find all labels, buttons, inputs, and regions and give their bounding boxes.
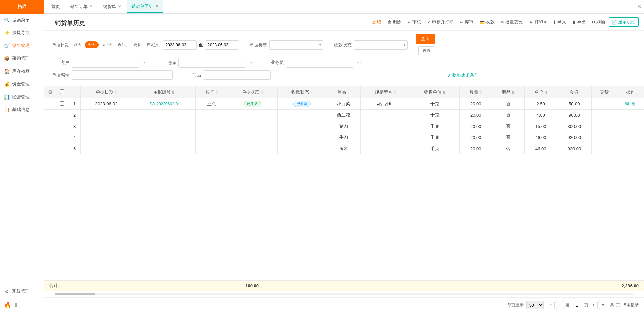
page-size-select[interactable]: 50 100 [526, 301, 544, 309]
audit-print-button[interactable]: ✓ 审核并打印 [424, 18, 456, 26]
warehouse-label: 仓库 [156, 60, 176, 66]
audit-button[interactable]: ✓ 审核 [405, 18, 424, 26]
abandon-button[interactable]: ↩ 弃审 [457, 18, 476, 26]
salesperson-input[interactable] [286, 58, 353, 68]
page-of-label: 第 [565, 302, 569, 308]
tab-sales-goods[interactable]: 销货单 ✕ [98, 0, 126, 13]
export-button[interactable]: ⬆ 导出 [569, 18, 588, 26]
sidebar-item-purchase-mgmt[interactable]: 📦 采购管理 [0, 52, 44, 65]
sort-icon[interactable]: ⇅ [310, 90, 313, 94]
sort-icon[interactable]: ⇅ [114, 90, 117, 94]
sidebar-item-operations[interactable]: 📊 经营管理 [0, 90, 44, 103]
cell-doc-number [132, 110, 195, 121]
tab-close-icon[interactable]: ✕ [118, 4, 121, 9]
customer-input[interactable] [72, 58, 139, 68]
first-page-button[interactable]: « [547, 301, 555, 309]
date-btn-1month[interactable]: 近1月 [116, 41, 130, 48]
date-btn-more[interactable]: 更多 [131, 41, 143, 48]
sort-icon[interactable]: ⇅ [260, 90, 263, 94]
cell-settings [44, 121, 56, 132]
toolbar: ＋ 新增 🗑 删除 ✓ 审核 ✓ 审核并打印 ↩ 弃审 💳 收款 [364, 17, 639, 27]
sort-icon[interactable]: ⇅ [512, 90, 514, 94]
sort-icon[interactable]: ⇅ [172, 90, 174, 94]
edit-link[interactable]: 编 [625, 101, 629, 106]
next-page-button[interactable]: › [590, 301, 598, 309]
goods-input[interactable] [203, 70, 271, 80]
page-number-input[interactable] [571, 301, 583, 309]
date-from-input[interactable] [163, 40, 197, 50]
salesperson-label: 业务员 [263, 60, 284, 66]
cart-icon: 🛒 [4, 43, 9, 48]
col-price: 单价 ⇅ [525, 86, 557, 98]
sidebar-item-finance[interactable]: 💰 资金管理 [0, 78, 44, 90]
delete-button[interactable]: 🗑 删除 [385, 18, 404, 26]
cell-spec [361, 121, 410, 132]
scrollbar-thumb[interactable] [55, 293, 95, 295]
print-button[interactable]: 🖨 打印 ▾ [526, 18, 549, 26]
collect-button[interactable]: 💳 收款 [477, 18, 497, 26]
import-button[interactable]: ⬇ 导入 [550, 18, 569, 26]
sort-icon[interactable]: ⇅ [479, 90, 482, 94]
collect-status-filter-group: 收款状态 ▾ [331, 40, 408, 50]
sort-icon[interactable]: ⇅ [544, 90, 547, 94]
doc-type-select[interactable] [269, 40, 323, 50]
warehouse-input[interactable] [178, 58, 246, 68]
date-range: 昨天 今天 近7天 近1月 更多 自定义 [72, 41, 161, 48]
date-btn-7days[interactable]: 近7天 [100, 41, 114, 48]
cell-doc-date [81, 132, 132, 143]
refresh-button[interactable]: ↻ 刷新 [589, 18, 608, 26]
date-btn-yesterday[interactable]: 昨天 [72, 41, 84, 48]
settings-button[interactable]: 设置 [418, 46, 435, 55]
last-page-button[interactable]: » [599, 301, 607, 309]
horizontal-scrollbar[interactable] [55, 293, 633, 295]
sort-icon[interactable]: ⇅ [347, 90, 350, 94]
tab-close-icon[interactable]: ✕ [90, 4, 93, 9]
table-settings-icon[interactable]: ⚙ [48, 89, 52, 95]
date-btn-today[interactable]: 今天 [85, 41, 99, 48]
sidebar-item-quick-nav[interactable]: ⚡ 快捷导航 [0, 26, 44, 39]
sidebar-item-inventory[interactable]: 🏠 库存核算 [0, 65, 44, 78]
tab-sales-order[interactable]: 销售订单 ✕ [65, 0, 97, 13]
select-all-checkbox[interactable] [60, 89, 64, 94]
collect-status-select[interactable] [354, 40, 408, 50]
new-button[interactable]: ＋ 新增 [364, 18, 384, 26]
customer-picker-icon[interactable]: ··· [141, 60, 148, 66]
sort-icon[interactable]: ⇅ [443, 90, 445, 94]
sort-icon[interactable]: ⇅ [215, 90, 218, 94]
doc-number-link[interactable]: SA-20230602-0 [149, 102, 178, 106]
query-button[interactable]: 查询 [416, 34, 435, 44]
goods-picker-icon[interactable]: ··· [273, 72, 280, 78]
cell-amount: 50.00 [557, 98, 591, 110]
row-checkbox[interactable] [60, 101, 64, 106]
window-close-button[interactable]: ✕ [637, 3, 641, 10]
date-to-input[interactable] [205, 40, 239, 50]
collapse-filter-button[interactable]: ∧ 收起更多条件 [445, 71, 481, 79]
cell-settings [44, 143, 56, 154]
col-amount: 金额 [557, 86, 591, 98]
doc-number-input[interactable] [72, 70, 173, 80]
main-area: 首页 销售订单 ✕ 销货单 ✕ 销货单历史 ✕ ✕ 销货单历史 ＋ 新增 🗑 删… [44, 0, 644, 312]
more-link[interactable]: 更 [632, 101, 636, 106]
tab-home[interactable]: 首页 [47, 0, 65, 13]
warehouse-picker-icon[interactable]: ··· [248, 60, 255, 66]
batch-change-button[interactable]: ✏ 批量变更 [498, 18, 526, 26]
col-spec: 规格型号 ⇅ [361, 86, 410, 98]
tab-close-icon[interactable]: ✕ [155, 4, 158, 8]
salesperson-picker-icon[interactable]: ··· [355, 60, 362, 66]
sidebar-item-search-menu[interactable]: 🔍 搜索菜单 [0, 14, 44, 26]
sidebar-item-base-info[interactable]: 📋 基础信息 [0, 103, 44, 116]
prev-page-button[interactable]: ‹ [556, 301, 564, 309]
date-btn-custom[interactable]: 自定义 [145, 41, 161, 48]
table-row: 2 西兰花 千克 20.00 否 4.80 96.00 [44, 110, 644, 121]
sidebar-item-bottom-icons[interactable]: 🔥 ⏸ [0, 298, 44, 312]
cell-quantity: 20.00 [459, 98, 492, 110]
cell-row-num: 3 [68, 121, 81, 132]
show-detail-button[interactable]: 📄 显示明细 [609, 17, 639, 27]
sort-icon[interactable]: ⇅ [393, 90, 396, 94]
page-size-label: 每页显示 [507, 302, 524, 308]
cell-collect-status [277, 143, 327, 154]
tab-sales-history[interactable]: 销货单历史 ✕ [127, 0, 163, 13]
sidebar-item-sys-mgmt[interactable]: ⚙ 系统管理 [0, 285, 44, 298]
cell-price: 2.50 [525, 98, 557, 110]
sidebar-item-sales-mgmt[interactable]: 🛒 销售管理 [0, 39, 44, 52]
